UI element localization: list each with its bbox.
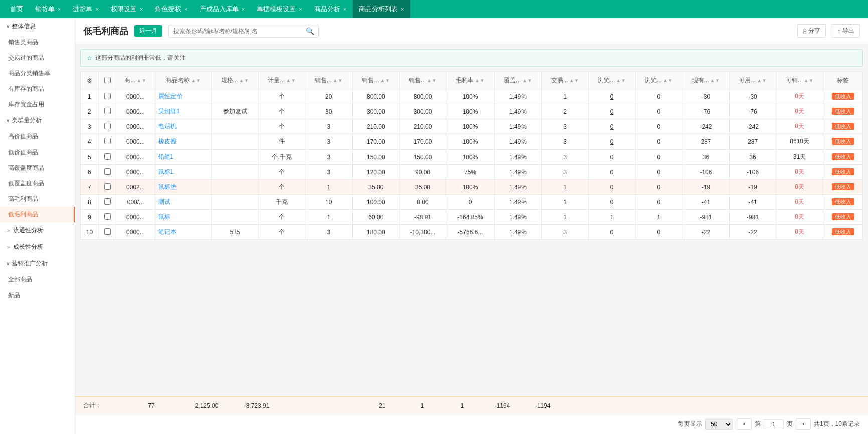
row-checkbox-cell[interactable]	[98, 210, 116, 225]
row-browse1[interactable]: 0	[588, 104, 635, 119]
row-checkbox[interactable]	[104, 183, 111, 190]
sort-browse1-icon[interactable]: ▲▼	[616, 78, 626, 83]
row-browse1[interactable]: 0	[588, 195, 635, 210]
close-purchase-icon[interactable]: ×	[95, 6, 98, 12]
row-browse1[interactable]: 0	[588, 119, 635, 134]
sort-saleable-icon[interactable]: ▲▼	[804, 78, 814, 83]
row-browse1[interactable]: 1	[588, 210, 635, 225]
row-checkbox[interactable]	[104, 123, 111, 129]
close-analysis-icon[interactable]: ×	[343, 6, 346, 12]
row-checkbox[interactable]	[104, 198, 111, 205]
prev-page-button[interactable]: ＜	[737, 418, 752, 430]
row-browse1[interactable]: 0	[588, 180, 635, 195]
row-name[interactable]: 鼠标垫	[155, 180, 212, 195]
sidebar-item-sales-products[interactable]: 销售类商品	[0, 35, 75, 50]
sidebar-item-high-coverage[interactable]: 高覆盖度商品	[0, 160, 75, 176]
export-button[interactable]: ↑ 导出	[832, 24, 860, 38]
sidebar-group-marketing-title[interactable]: ∨ 营销推广分析	[0, 255, 75, 272]
row-browse1[interactable]: 0	[588, 89, 635, 104]
nav-sales[interactable]: 销货单 ×	[29, 0, 67, 18]
row-checkbox-cell[interactable]	[98, 104, 116, 119]
row-checkbox-cell[interactable]	[98, 119, 116, 134]
sidebar-item-low-value[interactable]: 低价值商品	[0, 144, 75, 160]
sort-sales-qty-icon[interactable]: ▲▼	[333, 78, 343, 83]
nav-purchase[interactable]: 进货单 ×	[67, 0, 104, 18]
sort-browse2-icon[interactable]: ▲▼	[663, 78, 673, 83]
row-checkbox[interactable]	[104, 138, 111, 144]
sidebar-item-low-coverage[interactable]: 低覆盖度商品	[0, 176, 75, 191]
next-page-button[interactable]: ＞	[796, 418, 811, 430]
row-checkbox-cell[interactable]	[98, 150, 116, 165]
row-name[interactable]: 吴细细1	[155, 104, 212, 119]
row-checkbox-cell[interactable]	[98, 165, 116, 180]
close-inbound-icon[interactable]: ×	[242, 6, 245, 12]
sidebar-group-growth-title[interactable]: ＞ 成长性分析	[0, 239, 75, 255]
sidebar-group-circulation-title[interactable]: ＞ 流通性分析	[0, 222, 75, 239]
col-saleable[interactable]: 可销...▲▼	[776, 72, 823, 89]
col-settings[interactable]: ⚙	[81, 72, 99, 89]
sidebar-item-traded-products[interactable]: 交易过的商品	[0, 50, 75, 66]
col-sales-profit[interactable]: 销售...▲▼	[399, 72, 446, 89]
sort-cover-icon[interactable]: ▲▼	[522, 78, 532, 83]
nav-product-analysis[interactable]: 商品分析 ×	[308, 0, 353, 18]
sidebar-group-overall-title[interactable]: ∨ 整体信息	[0, 18, 75, 35]
close-permissions-icon[interactable]: ×	[140, 6, 143, 12]
col-sales-qty[interactable]: 销售...▲▼	[305, 72, 353, 89]
sidebar-item-high-margin[interactable]: 高毛利商品	[0, 191, 75, 207]
row-checkbox[interactable]	[104, 228, 111, 235]
sort-spec-icon[interactable]: ▲▼	[239, 78, 249, 83]
row-checkbox-cell[interactable]	[98, 195, 116, 210]
row-checkbox[interactable]	[104, 153, 111, 160]
sidebar-item-stock-capital[interactable]: 库存资金占用	[0, 97, 75, 112]
row-name[interactable]: 鼠标1	[155, 165, 212, 180]
sort-sales-profit-icon[interactable]: ▲▼	[427, 78, 437, 83]
nav-role-auth[interactable]: 角色授权 ×	[149, 0, 193, 18]
col-code[interactable]: 商...▲▼	[116, 72, 155, 89]
sort-code-icon[interactable]: ▲▼	[136, 78, 146, 83]
nav-analysis-list[interactable]: 商品分析列表 ×	[353, 0, 410, 18]
col-browse1[interactable]: 浏览...▲▼	[588, 72, 635, 89]
col-checkbox-header[interactable]	[98, 72, 116, 89]
col-name[interactable]: 商品名称▲▼	[155, 72, 212, 89]
nav-home[interactable]: 首页	[4, 0, 29, 18]
search-icon[interactable]: 🔍	[306, 27, 314, 35]
sort-margin-icon[interactable]: ▲▼	[475, 78, 485, 83]
row-checkbox[interactable]	[104, 93, 111, 99]
row-checkbox-cell[interactable]	[98, 134, 116, 150]
sort-available-icon[interactable]: ▲▼	[757, 78, 767, 83]
time-filter-button[interactable]: 近一月	[134, 25, 162, 37]
row-name[interactable]: 铅笔1	[155, 150, 212, 165]
col-sales-price[interactable]: 销售...▲▼	[353, 72, 400, 89]
sidebar-item-high-value[interactable]: 高价值商品	[0, 129, 75, 144]
sidebar-group-cluster-title[interactable]: ∨ 类群量分析	[0, 112, 75, 129]
row-name[interactable]: 橡皮擦	[155, 134, 212, 150]
row-checkbox[interactable]	[104, 108, 111, 114]
row-browse1[interactable]: 0	[588, 165, 635, 180]
close-template-icon[interactable]: ×	[299, 6, 302, 12]
col-tag[interactable]: 标签	[823, 72, 863, 89]
sort-stock-icon[interactable]: ▲▼	[710, 78, 720, 83]
row-name[interactable]: 测试	[155, 195, 212, 210]
share-button[interactable]: ⎘ 分享	[797, 24, 826, 38]
row-checkbox[interactable]	[104, 213, 111, 220]
sort-name-icon[interactable]: ▲▼	[191, 78, 201, 83]
sidebar-item-category-sales-rate[interactable]: 商品分类销售率	[0, 66, 75, 81]
nav-product-inbound[interactable]: 产成品入库单 ×	[194, 0, 251, 18]
col-cover-rate[interactable]: 覆盖...▲▼	[494, 72, 542, 89]
col-trade-count[interactable]: 交易...▲▼	[542, 72, 589, 89]
sort-sales-price-icon[interactable]: ▲▼	[380, 78, 390, 83]
row-browse1[interactable]: 0	[588, 225, 635, 240]
close-sales-icon[interactable]: ×	[58, 6, 61, 12]
per-page-select[interactable]: 50 20 100	[705, 419, 733, 430]
col-gross-margin[interactable]: 毛利率▲▼	[446, 72, 494, 89]
sidebar-item-low-margin[interactable]: 低毛利商品	[0, 207, 75, 222]
row-browse1[interactable]: 0	[588, 134, 635, 150]
row-checkbox-cell[interactable]	[98, 225, 116, 240]
sidebar-item-new-products[interactable]: 新品	[0, 287, 75, 303]
nav-template-settings[interactable]: 单据模板设置 ×	[251, 0, 308, 18]
col-current-stock[interactable]: 现有...▲▼	[682, 72, 730, 89]
search-input[interactable]	[173, 28, 306, 35]
row-checkbox-cell[interactable]	[98, 180, 116, 195]
row-name[interactable]: 属性定价	[155, 89, 212, 104]
page-number-input[interactable]	[764, 419, 784, 429]
